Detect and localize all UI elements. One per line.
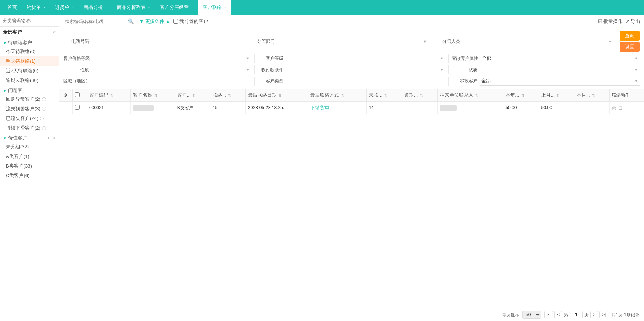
first-page-btn[interactable]: |< — [544, 311, 553, 318]
info-icon: ⓘ — [42, 97, 46, 102]
sidebar-item-class-b[interactable]: B类客户(33) — [0, 161, 59, 171]
set-button[interactable]: 设置 — [620, 42, 640, 52]
select-all-checkbox[interactable] — [75, 92, 80, 97]
filter-actions: 查询 设置 — [620, 31, 640, 52]
query-button[interactable]: 查询 — [620, 31, 640, 41]
close-icon[interactable]: × — [224, 5, 226, 10]
sidebar-item-today[interactable]: 今天待联络(0) — [0, 47, 59, 56]
phone-input[interactable] — [91, 38, 243, 45]
sort-icon: ⇅ — [592, 93, 595, 97]
customer-type-select[interactable] — [286, 80, 445, 82]
nav-analysis[interactable]: 商品分析 × — [79, 0, 112, 15]
close-icon[interactable]: × — [191, 5, 193, 10]
nav-analysis-list[interactable]: 商品分析列表 × — [112, 0, 154, 15]
group-pending-contact[interactable]: ▼ 待联络客户 — [0, 38, 59, 47]
next-page-btn[interactable]: > — [590, 311, 598, 318]
page-label: 第 — [564, 312, 568, 318]
payment-select[interactable]: ▼ — [286, 66, 445, 73]
table-body: 000021 Ea B类客户 15 2023-05-23 18:25: 下销货单… — [59, 102, 644, 114]
retail-attr-label: 零散客户属性 — [452, 55, 478, 62]
toolbar-search-input[interactable] — [65, 19, 126, 24]
data-table-container: ⚙ 客户编码 ⇅ 客户名称 ⇅ 客户... ⇅ — [59, 89, 644, 308]
sidebar-item-declining[interactable]: 持续下滑客户(2) ⓘ — [0, 123, 59, 133]
sidebar-item-class-a[interactable]: A类客户(1) — [0, 152, 59, 161]
sidebar-search-input[interactable] — [3, 18, 58, 23]
filter-retail-customer: 零散客户 全部 ▼ — [452, 76, 640, 86]
status-label: 状态 — [452, 67, 477, 73]
filter-phone: 电话号码 — [63, 38, 243, 45]
sidebar-item-overdue[interactable]: 逾期未联络(30) — [0, 76, 59, 85]
export-icon: ↗ — [626, 18, 630, 24]
my-customers-check[interactable] — [173, 19, 178, 24]
per-page-select[interactable]: 50 100 — [522, 311, 541, 319]
group-value-customer[interactable]: ▼ 价值客户 ↻ ✎ — [0, 133, 59, 142]
region-select[interactable]: ··· — [92, 77, 251, 84]
divider — [246, 37, 246, 46]
td-checkbox — [72, 102, 87, 114]
person-select[interactable]: ··· — [462, 38, 614, 45]
edit-icon[interactable]: ✎ — [52, 136, 56, 141]
filter-status: 状态 ▼ — [452, 66, 640, 73]
my-customers-checkbox[interactable]: 我分管的客户 — [173, 18, 208, 25]
retail-attr-select[interactable]: 全部 ▼ — [480, 54, 640, 63]
th-settings[interactable]: ⚙ — [59, 89, 72, 102]
table-header-row: ⚙ 客户编码 ⇅ 客户名称 ⇅ 客户... ⇅ — [59, 89, 644, 102]
dept-select[interactable]: ▼ — [277, 38, 428, 45]
all-customers-label: 全部客户 — [3, 29, 22, 35]
page-suffix: 页 — [584, 312, 589, 318]
td-name: Ea — [131, 102, 175, 114]
batch-operation-btn[interactable]: ☑ 批量操作 — [598, 18, 623, 25]
sort-icon: ⇅ — [279, 93, 281, 97]
chevron-down-icon: ▼ — [423, 39, 427, 44]
nav-purchase[interactable]: 进货单 × — [50, 0, 78, 15]
sidebar-item-abnormal[interactable]: 回购异常客户(2) ⓘ — [0, 94, 59, 104]
main-layout: 🔍 全部客户 « ▼ 待联络客户 今天待联络(0) 明天待联络(1) 近7天待联… — [0, 15, 644, 321]
retail-customer-select[interactable]: 全部 ▼ — [480, 76, 640, 86]
sidebar-item-7days[interactable]: 近7天待联络(0) — [0, 66, 59, 76]
filter-row-2: 客户价格等级 ▼ 客户等级 ▼ 零散客户属性 — [63, 54, 640, 63]
th-last-method: 最后联络方式 ⇅ — [308, 89, 367, 102]
prev-page-btn[interactable]: < — [554, 311, 562, 318]
export-btn[interactable]: ↗ 导出 — [626, 18, 640, 25]
price-level-select[interactable]: ▼ — [92, 55, 251, 62]
group-value-label: 价值客户 — [8, 135, 27, 141]
refresh-icon[interactable]: ↻ — [48, 136, 51, 141]
close-icon[interactable]: × — [105, 5, 107, 10]
sidebar-item-churn-warning[interactable]: 流失预警客户(3) ⓘ — [0, 104, 59, 114]
sidebar-item-class-c[interactable]: C类客户(6) — [0, 171, 59, 180]
nav-sales[interactable]: 销货单 × — [22, 0, 50, 15]
action-phone-icon[interactable]: ◎ — [612, 105, 616, 111]
filter-customer-type: 客户类型 — [258, 78, 445, 84]
sidebar-item-tomorrow[interactable]: 明天待联络(1) — [0, 56, 59, 66]
sidebar-item-ungrouped[interactable]: 未分组(32) — [0, 142, 59, 152]
filter-person: 分管人员 ··· — [434, 38, 614, 45]
divider — [254, 77, 255, 86]
retail-customer-value: 全部 — [481, 77, 491, 84]
row-checkbox[interactable] — [75, 105, 80, 110]
nature-select[interactable]: ▼ — [91, 66, 251, 73]
customer-level-select[interactable]: ▼ — [286, 55, 445, 62]
group-problem-customer[interactable]: ▼ 问题客户 — [0, 85, 59, 94]
page-input[interactable] — [570, 311, 583, 318]
filter-retail-attr: 零散客户属性 全部 ▼ — [452, 54, 640, 63]
last-page-btn[interactable]: >| — [599, 311, 608, 318]
status-select[interactable]: ▼ — [480, 66, 640, 73]
group-problem-label: 问题客户 — [8, 87, 27, 94]
dots-icon[interactable]: ··· — [246, 79, 250, 83]
toolbar-search: 🔍 — [63, 17, 136, 25]
all-customers-header[interactable]: 全部客户 « — [0, 27, 59, 38]
close-icon[interactable]: × — [148, 5, 150, 10]
contact-method-link[interactable]: 下销货单 — [310, 105, 329, 110]
toolbar-search-icon[interactable]: 🔍 — [128, 18, 134, 24]
action-add-icon[interactable]: ⊞ — [618, 105, 622, 111]
close-icon[interactable]: × — [43, 5, 45, 10]
close-icon[interactable]: × — [71, 5, 74, 10]
sidebar-item-churned[interactable]: 已流失客户(24) ⓘ — [0, 114, 59, 123]
filter-more-btn[interactable]: ▼ 更多条件 ▲ — [139, 18, 170, 25]
th-checkbox — [72, 89, 87, 102]
chevron-down-icon: ▼ — [634, 68, 638, 72]
nav-home[interactable]: 首页 — [3, 0, 21, 15]
nav-customer-contact[interactable]: 客户联络 × — [198, 0, 231, 15]
nav-customer-tier[interactable]: 客户分层经营 × — [155, 0, 197, 15]
dots-icon[interactable]: ··· — [609, 39, 612, 44]
